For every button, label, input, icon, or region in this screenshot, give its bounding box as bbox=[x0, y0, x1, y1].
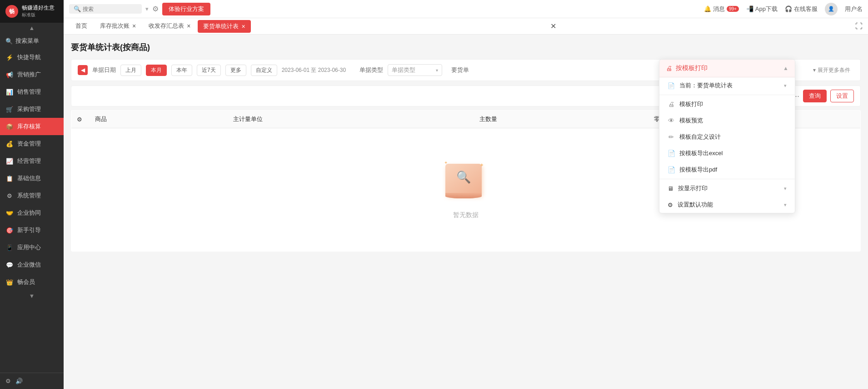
sidebar-item-appstore[interactable]: 📱 应用中心 bbox=[0, 239, 64, 256]
topbar-right: 🔔 消息 99+ 📲 App下载 🎧 在线客服 👤 用户名 bbox=[704, 3, 863, 15]
sidebar-item-label: 应用中心 bbox=[17, 243, 41, 252]
date-btn-custom[interactable]: 自定义 bbox=[251, 65, 277, 76]
sidebar-item-finance[interactable]: 💰 资金管理 bbox=[0, 135, 64, 152]
sidebar-item-basic[interactable]: 📋 基础信息 bbox=[0, 170, 64, 187]
expand-more-btn[interactable]: ▾ 展开更多条件 bbox=[809, 65, 854, 76]
quick-nav-icon: ⚡ bbox=[5, 53, 14, 61]
sales-icon: 📊 bbox=[5, 88, 14, 96]
wxwork-icon: 💬 bbox=[5, 261, 14, 269]
date-btn-more[interactable]: 更多 bbox=[225, 65, 246, 76]
expand-icon: ▾ bbox=[813, 67, 816, 73]
search-icon: 🔍 bbox=[5, 38, 13, 45]
tab-batch-account-close[interactable]: × bbox=[132, 23, 136, 29]
current-template-icon: 📄 bbox=[668, 82, 675, 89]
notifications-badge: 99+ bbox=[727, 6, 739, 12]
current-template-label: 当前：要货单统计表 bbox=[679, 81, 733, 90]
template-pdf-icon: 📄 bbox=[668, 166, 675, 173]
tab-home-label: 首页 bbox=[75, 22, 87, 30]
settings-btn[interactable]: 设置 bbox=[830, 90, 854, 102]
template-custom-icon: ✏ bbox=[668, 133, 675, 141]
print-dropdown-close-icon[interactable]: ▲ bbox=[783, 65, 788, 71]
logo-text-block: 畅赚通好生意 标准版 bbox=[22, 5, 55, 18]
search-input[interactable] bbox=[83, 6, 128, 12]
tab-batch-account[interactable]: 库存批次账 × bbox=[94, 18, 142, 35]
sidebar-item-wxwork[interactable]: 💬 企业微信 bbox=[0, 256, 64, 273]
online-service-btn[interactable]: 🎧 在线客服 bbox=[785, 5, 818, 13]
tab-home[interactable]: 首页 bbox=[69, 18, 94, 35]
filter-collapse-btn[interactable]: ◀ bbox=[78, 65, 88, 75]
topbar-chevron-icon[interactable]: ▾ bbox=[145, 5, 149, 12]
query-btn[interactable]: 查询 bbox=[803, 90, 827, 102]
sidebar-item-purchase[interactable]: 🛒 采购管理 bbox=[0, 101, 64, 118]
trial-button[interactable]: 体验行业方案 bbox=[162, 3, 210, 15]
tab-requisition-stats-close[interactable]: × bbox=[241, 23, 245, 30]
date-btn-prev-month[interactable]: 上月 bbox=[120, 65, 141, 76]
template-preview-icon: 👁 bbox=[668, 117, 675, 124]
collab-icon: 🤝 bbox=[5, 209, 14, 217]
settings-bottom-icon[interactable]: ⚙ bbox=[5, 378, 11, 384]
sidebar-item-collab[interactable]: 🤝 企业协同 bbox=[0, 204, 64, 222]
sidebar-item-label: 基础信息 bbox=[17, 174, 41, 182]
user-avatar[interactable]: 👤 bbox=[825, 3, 838, 15]
date-btn-7days[interactable]: 近7天 bbox=[197, 65, 221, 76]
tab-requisition-stats[interactable]: 要货单统计表 × bbox=[198, 20, 250, 33]
sidebar-item-marketing[interactable]: 📢 营销推广 bbox=[0, 66, 64, 83]
print-dropdown-header[interactable]: 🖨 按模板打印 ▲ bbox=[659, 60, 795, 77]
sidebar-item-operations[interactable]: 📈 经营管理 bbox=[0, 152, 64, 170]
date-range-display: 2023-06-01 至 2023-06-30 bbox=[282, 66, 346, 74]
settings-col-icon[interactable]: ⚙ bbox=[77, 116, 82, 123]
default-func-section[interactable]: ⚙ 设置默认功能 ▾ bbox=[659, 197, 795, 213]
doc-type-select[interactable]: 单据类型 ▾ bbox=[388, 64, 442, 76]
sidebar-item-system[interactable]: ⚙ 系统管理 bbox=[0, 187, 64, 204]
sidebar-scroll-down[interactable]: ▼ bbox=[0, 291, 64, 301]
tabs-expand-btn[interactable]: ⛶ bbox=[855, 22, 863, 30]
topbar-search-box[interactable]: 🔍 bbox=[69, 4, 142, 14]
sidebar-item-label: 企业微信 bbox=[17, 261, 41, 269]
sound-bottom-icon[interactable]: 🔊 bbox=[15, 378, 23, 384]
sidebar-item-inventory[interactable]: 📦 库存核算 bbox=[0, 118, 64, 135]
sidebar-item-label: 快捷导航 bbox=[17, 53, 41, 61]
sidebar-item-sales[interactable]: 📊 销售管理 bbox=[0, 83, 64, 101]
template-print-item[interactable]: 🖨 模板打印 bbox=[659, 96, 795, 112]
req-type-label: 要货单 bbox=[451, 66, 469, 74]
template-excel-label: 按模板导出excel bbox=[679, 149, 723, 157]
expand-label: 展开更多条件 bbox=[818, 66, 850, 74]
app-download-btn[interactable]: 📲 App下载 bbox=[746, 5, 778, 13]
current-template-section[interactable]: 📄 当前：要货单统计表 ▾ bbox=[659, 77, 795, 94]
default-func-icon: ⚙ bbox=[668, 202, 673, 208]
sidebar-item-quick-nav[interactable]: ⚡ 快捷导航 bbox=[0, 49, 64, 66]
template-custom-item[interactable]: ✏ 模板自定义设计 bbox=[659, 129, 795, 145]
app-logo: 畅 畅赚通好生意 标准版 bbox=[0, 0, 64, 23]
template-preview-item[interactable]: 👁 模板预览 bbox=[659, 112, 795, 129]
print-dropdown-header-left: 🖨 按模板打印 bbox=[666, 64, 708, 72]
date-btn-current-month[interactable]: 本月 bbox=[146, 65, 167, 76]
template-print-icon: 🖨 bbox=[668, 101, 675, 108]
tab-receivable-summary-close[interactable]: × bbox=[187, 23, 190, 29]
notifications-btn[interactable]: 🔔 消息 99+ bbox=[704, 5, 739, 13]
empty-search-icon: 🔍 bbox=[456, 170, 471, 184]
tab-requisition-stats-label: 要货单统计表 bbox=[203, 22, 239, 30]
sidebar-item-label: 系统管理 bbox=[17, 192, 41, 200]
template-pdf-item[interactable]: 📄 按模板导出pdf bbox=[659, 162, 795, 178]
marketing-icon: 📢 bbox=[5, 71, 14, 79]
bell-icon: 🔔 bbox=[704, 5, 711, 12]
online-service-label: 在线客服 bbox=[794, 5, 818, 13]
topbar-gear-icon[interactable]: ⚙ bbox=[152, 5, 159, 13]
default-func-left: ⚙ 设置默认功能 bbox=[668, 201, 713, 209]
sidebar-scroll-up[interactable]: ▲ bbox=[0, 23, 64, 33]
sidebar-item-newbie[interactable]: 🎯 新手引导 bbox=[0, 222, 64, 239]
date-btn-current-year[interactable]: 本年 bbox=[171, 65, 192, 76]
tab-batch-account-label: 库存批次账 bbox=[100, 22, 130, 30]
newbie-icon: 🎯 bbox=[5, 226, 14, 234]
tabs-close-all-btn[interactable]: ✕ bbox=[550, 22, 556, 30]
sidebar-search[interactable]: 🔍 搜索菜单 bbox=[0, 33, 64, 49]
display-print-chevron: ▾ bbox=[784, 186, 787, 192]
operations-icon: 📈 bbox=[5, 157, 14, 165]
sidebar-item-member[interactable]: 👑 畅会员 bbox=[0, 273, 64, 291]
template-excel-item[interactable]: 📄 按模板导出excel bbox=[659, 145, 795, 162]
col-checkbox[interactable]: ⚙ bbox=[71, 111, 90, 128]
display-print-section[interactable]: 🖥 按显示打印 ▾ bbox=[659, 180, 795, 197]
tab-receivable-summary[interactable]: 收发存汇总表 × bbox=[142, 18, 197, 35]
sidebar-item-label: 采购管理 bbox=[17, 105, 41, 113]
current-template-left: 📄 当前：要货单统计表 bbox=[668, 81, 733, 90]
